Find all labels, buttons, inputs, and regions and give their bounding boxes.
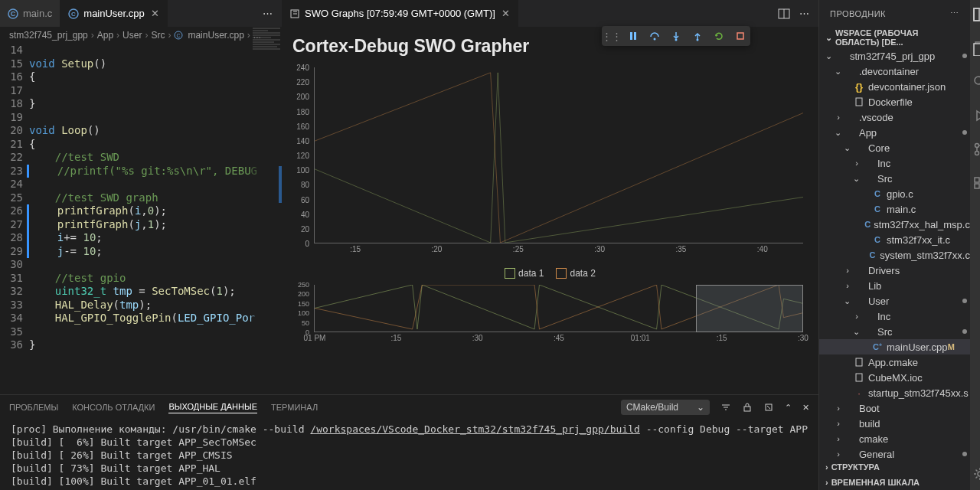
- svg-rect-37: [975, 178, 979, 182]
- gear-icon[interactable]: [970, 464, 980, 484]
- tree-folder[interactable]: ›General: [819, 446, 970, 459]
- graph-title: Cortex-Debug SWO Grapher: [292, 36, 808, 57]
- svg-rect-27: [856, 374, 862, 381]
- close-icon[interactable]: ✕: [151, 8, 159, 19]
- tree-file[interactable]: Dockerfile: [819, 94, 970, 109]
- tree-folder[interactable]: ⌄Core: [819, 140, 970, 155]
- workspace-header[interactable]: ⌄ WSPACE (РАБОЧАЯ ОБЛАСТЬ) [DE...: [819, 27, 970, 48]
- chart-overview[interactable]: 050100150200250 01 PM:15:30:4501:01:15:3…: [292, 285, 808, 346]
- chevron-down-icon: ⌄: [825, 33, 832, 43]
- svg-rect-25: [856, 98, 862, 106]
- tab-swo-graphs[interactable]: SWO Graphs [07:59:49 GMT+0000 (GMT)] ✕: [282, 0, 518, 27]
- svg-text:C: C: [177, 33, 181, 38]
- minimap[interactable]: [251, 44, 282, 394]
- outline-section[interactable]: ›СТРУКТУРА: [819, 459, 970, 475]
- tree-file[interactable]: Cmain.c: [819, 201, 970, 217]
- tree-folder[interactable]: ⌄stm32f745_prj_gpp: [819, 48, 970, 64]
- tree-folder[interactable]: ›Drivers: [819, 263, 970, 278]
- tree-folder[interactable]: ⌄Src: [819, 324, 970, 339]
- editor-tabs-row: C main.c C mainUser.cpp ✕ ⋯ SWO Graphs […: [0, 0, 818, 27]
- tree-file[interactable]: App.cmake: [819, 354, 970, 370]
- files-icon[interactable]: [970, 38, 980, 58]
- tab-mainuser-cpp[interactable]: C mainUser.cpp ✕: [60, 0, 167, 27]
- run-debug-icon[interactable]: 1: [970, 106, 980, 126]
- explorer-heading: ПРОВОДНИК: [830, 9, 886, 18]
- panel-tab-output[interactable]: ВЫХОДНЫЕ ДАННЫЕ: [168, 402, 257, 413]
- tree-folder[interactable]: ⌄User: [819, 293, 970, 309]
- svg-rect-22: [744, 407, 750, 411]
- tree-folder[interactable]: ›.vscode: [819, 109, 970, 125]
- svg-rect-38: [975, 184, 979, 188]
- explorer-sidebar: ПРОВОДНИК⋯ ⌄ WSPACE (РАБОЧАЯ ОБЛАСТЬ) [D…: [818, 0, 970, 490]
- clear-icon[interactable]: [763, 402, 774, 413]
- chart-main[interactable]: 020406080100120140160180200220240 :15:20…: [292, 67, 808, 251]
- tab-label: mainUser.cpp: [83, 8, 144, 19]
- output-channel-select[interactable]: CMake/Build⌄: [621, 400, 710, 415]
- tab-overflow-button[interactable]: ⋯: [253, 0, 282, 27]
- file-tree[interactable]: ⌄stm32f745_prj_gpp⌄.devcontainer{}devcon…: [819, 48, 970, 459]
- cpp-icon: C: [174, 31, 183, 40]
- svg-text:C: C: [71, 11, 76, 18]
- tree-folder[interactable]: ⌄App: [819, 125, 970, 140]
- search-icon[interactable]: [970, 72, 980, 92]
- timeline-section[interactable]: ›ВРЕМЕННАЯ ШКАЛА: [819, 475, 970, 490]
- tab-label: SWO Graphs [07:59:49 GMT+0000 (GMT)]: [305, 8, 495, 19]
- tree-file[interactable]: {}devcontainer.json: [819, 79, 970, 94]
- tree-folder[interactable]: ›build: [819, 416, 970, 431]
- tree-file[interactable]: CubeMX.ioc: [819, 370, 970, 385]
- tree-folder[interactable]: ›Lib: [819, 278, 970, 293]
- tree-file[interactable]: ·startup_stm32f745xx.s: [819, 385, 970, 400]
- tab-label: main.c: [23, 8, 52, 19]
- bottom-panel: ПРОБЛЕМЫ КОНСОЛЬ ОТЛАДКИ ВЫХОДНЫЕ ДАННЫЕ…: [0, 394, 818, 490]
- panel-tab-debug-console[interactable]: КОНСОЛЬ ОТЛАДКИ: [72, 403, 155, 412]
- preview-icon: [289, 8, 300, 19]
- tree-file[interactable]: Csystem_stm32f7xx.c: [819, 247, 970, 263]
- cpp-icon: C: [68, 8, 79, 19]
- c-icon: C: [8, 8, 18, 19]
- tree-folder[interactable]: ›cmake: [819, 431, 970, 446]
- svg-rect-31: [974, 44, 980, 56]
- tab-main-c[interactable]: C main.c: [0, 0, 60, 27]
- svg-line-24: [767, 406, 770, 409]
- svg-point-34: [975, 144, 978, 148]
- code-editor[interactable]: 1415161718192021222324252627282930313233…: [0, 44, 282, 394]
- chevron-down-icon: ⌄: [697, 402, 704, 413]
- output-content[interactable]: [proc] Выполнение команды: /usr/bin/cmak…: [0, 420, 818, 490]
- close-icon[interactable]: ✕: [802, 403, 809, 413]
- tree-file[interactable]: Cstm32f7xx_hal_msp.c: [819, 217, 970, 232]
- tree-file[interactable]: Cgpio.c: [819, 186, 970, 201]
- tree-folder[interactable]: ⌄.devcontainer: [819, 64, 970, 79]
- layout-icon[interactable]: [970, 5, 980, 24]
- svg-point-32: [975, 77, 980, 84]
- panel-tab-problems[interactable]: ПРОБЛЕМЫ: [9, 403, 58, 412]
- legend: data 1 data 2: [292, 268, 808, 279]
- tree-file[interactable]: Cstm32f7xx_it.c: [819, 232, 970, 247]
- svg-rect-29: [974, 8, 979, 21]
- close-icon[interactable]: ✕: [501, 8, 510, 19]
- tree-folder[interactable]: ›Inc: [819, 309, 970, 324]
- svg-text:C: C: [11, 10, 16, 18]
- source-control-icon[interactable]: 2: [970, 139, 980, 159]
- tree-file[interactable]: C+mainUser.cppM: [819, 339, 970, 354]
- svg-point-35: [975, 152, 978, 155]
- brush-region[interactable]: [696, 285, 803, 332]
- extensions-icon[interactable]: [970, 173, 980, 193]
- activity-bar: 1 2: [970, 0, 980, 490]
- lock-icon[interactable]: [742, 402, 753, 413]
- breadcrumb[interactable]: stm32f745_prj_gpp› App› User› Src› C mai…: [0, 27, 282, 44]
- filter-icon[interactable]: [720, 402, 731, 413]
- more-icon[interactable]: ⋯: [950, 8, 959, 18]
- split-editor-icon[interactable]: [778, 8, 790, 20]
- more-icon[interactable]: ⋯: [799, 8, 809, 19]
- tree-folder[interactable]: ⌄Src: [819, 171, 970, 186]
- svg-rect-26: [856, 358, 862, 366]
- panel-tab-terminal[interactable]: ТЕРМИНАЛ: [271, 403, 318, 412]
- tree-folder[interactable]: ›Inc: [819, 155, 970, 171]
- tree-folder[interactable]: ›Boot: [819, 400, 970, 416]
- chevron-up-icon[interactable]: ⌃: [785, 403, 792, 413]
